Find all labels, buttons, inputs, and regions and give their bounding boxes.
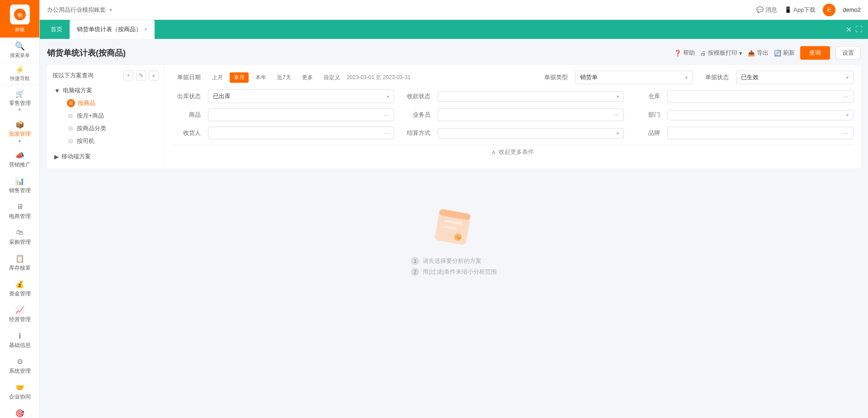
inventory-label: 库存核算 [9,264,31,272]
settings-button[interactable]: 设置 [835,46,861,60]
print-button[interactable]: 🖨 按模板打印 ▾ [700,49,742,57]
logo-text: 标账 [15,26,25,33]
this-month-btn[interactable]: 本月 [230,72,249,83]
retail-arrow: ▼ [18,107,22,112]
sales-management-item[interactable]: 📊 销售管理 [0,172,39,198]
recipient-input[interactable]: ··· [208,127,394,139]
quick-nav-item[interactable]: ⚡ 快捷导航 [0,63,39,85]
more-btn[interactable]: 更多 [298,72,317,83]
wholesale-management-item[interactable]: 📦 批发管理 ▲ [0,116,39,147]
query-button[interactable]: 查询 [800,46,830,60]
warehouse-dots[interactable]: ··· [843,93,849,100]
warehouse-input[interactable]: ··· [667,90,854,103]
goods-input[interactable]: ··· [208,109,394,121]
doc-type-label: 单据类型 [539,73,568,81]
refresh-label: 刷新 [783,49,795,57]
active-tab[interactable]: 销货单统计表（按商品） × [70,20,155,39]
finance-item[interactable]: 💰 资金管理 [0,276,39,301]
finance-label: 资金管理 [9,290,31,298]
help-icon: ❓ [674,50,681,57]
tree-item-by-goods-label: 按商品 [78,99,95,107]
salesperson-dots[interactable]: ··· [613,111,619,119]
department-arrow: ▾ [846,113,849,118]
enterprise-collab-icon: 🤝 [15,382,25,392]
system-icon: ⚙ [15,356,25,366]
tree-children: 按 按商品 ⊟ 按月+商品 ⊟ 按商品分类 ⊟ [47,97,164,147]
goods-dots[interactable]: ··· [384,111,389,119]
this-year-btn[interactable]: 本年 [251,72,270,83]
step-2-text: 用[过滤]条件来缩小分析范围 [423,268,496,276]
wholesale-arrow: ▲ [18,138,22,143]
warehouse-status-select[interactable]: 已出库 ▾ [208,90,394,103]
ecommerce-item[interactable]: 🖥 电商管理 [0,198,39,224]
topbar-title: 办公用品行业模拟账套 [47,6,106,14]
topbar-dropdown-arrow[interactable]: ▾ [109,7,112,13]
maximize-window-button[interactable]: ⛶ [855,25,863,34]
collapse-button[interactable]: ∧ 收起更多条件 [172,145,854,159]
custom-btn[interactable]: 自定义 [320,72,344,83]
main-area: 办公用品行业模拟账套 ▾ 💬 消息 📱 App下载 E demo2 首页 销货单… [40,0,868,418]
refresh-button[interactable]: 🔄 刷新 [774,49,795,57]
salesperson-input[interactable]: ··· [438,109,624,121]
help-label: 帮助 [683,49,695,57]
search-menu-item[interactable]: 🔍 搜索菜单 [0,38,39,63]
app-download-button[interactable]: 📱 App下载 [784,6,816,14]
search-menu-label: 搜索菜单 [10,52,30,59]
tab-close-button[interactable]: × [144,26,147,33]
help-button[interactable]: ❓ 帮助 [674,49,695,57]
brand-input[interactable]: ··· [667,127,854,139]
collapse-panel-button[interactable]: « [149,71,159,81]
tree-item-by-goods[interactable]: 按 按商品 [61,97,164,109]
retail-management-item[interactable]: 🛒 零售管理 ▼ [0,85,39,116]
svg-text:畅: 畅 [17,12,22,18]
tree-item-goods-category[interactable]: ⊟ 按商品分类 [61,122,164,135]
doc-type-value: 销货单 [580,73,598,81]
inventory-item[interactable]: 📋 库存核算 [0,250,39,276]
close-window-button[interactable]: ✕ [846,25,852,34]
department-select[interactable]: ▾ [667,110,854,120]
payment-status-select[interactable]: ▾ [438,91,624,102]
last-7days-btn[interactable]: 近7天 [273,72,295,83]
enterprise-collab-item[interactable]: 🤝 企业协同 [0,379,39,404]
management-item[interactable]: 📈 经营管理 [0,301,39,327]
tree-item-driver[interactable]: ⊟ 按司机 [61,135,164,147]
marketing-item[interactable]: 📣 营销推广 [0,147,39,172]
recipient-dots[interactable]: ··· [384,129,389,137]
tree-sub-icon-3: ⊟ [67,138,74,145]
brand-dots[interactable]: ··· [843,129,849,137]
export-label: 导出 [757,49,769,57]
system-item[interactable]: ⚙ 系统管理 [0,353,39,379]
export-button[interactable]: 📤 导出 [748,49,769,57]
filter-panel: 按以下方案查询 + ✎ « ▼ 电脑端方案 按 [47,65,861,168]
home-tab[interactable]: 首页 [43,20,70,39]
print-arrow: ▾ [739,50,742,57]
app-download-label: App下载 [793,6,816,14]
export-icon: 📤 [748,50,755,57]
topbar-left: 办公用品行业模拟账套 ▾ [47,6,112,14]
tree-section-label: 电脑端方案 [63,86,92,95]
beginner-guide-item[interactable]: 🎯 新手引导 [0,404,39,418]
retail-icon: 🛒 [15,89,25,99]
payment-method-select[interactable]: ▾ [438,128,624,138]
tree-mobile-label: 移动端方案 [61,152,91,161]
message-button[interactable]: 💬 消息 [756,6,777,14]
message-label: 消息 [765,6,777,14]
management-label: 经营管理 [9,316,31,323]
tree-section-mobile[interactable]: ▶ 移动端方案 [47,150,164,163]
payment-method-label: 结算方式 [401,129,430,137]
purchase-management-item[interactable]: 🛍 采购管理 [0,224,39,250]
tree-item-month-goods[interactable]: ⊟ 按月+商品 [61,109,164,122]
app-download-icon: 📱 [784,6,792,13]
left-panel-action-icons: + ✎ « [123,71,159,81]
app-logo: 畅 标账 [0,0,39,38]
doc-status-value: 已生效 [741,73,759,81]
basic-info-item[interactable]: ℹ 基础信息 [0,327,39,353]
doc-status-select[interactable]: 已生效 ▾ [736,71,854,84]
tree-section-desktop[interactable]: ▼ 电脑端方案 [47,84,164,97]
sidebar: 畅 标账 🔍 搜索菜单 ⚡ 快捷导航 🛒 零售管理 ▼ 📦 批发管理 ▲ 📣 营… [0,0,40,418]
edit-scheme-button[interactable]: ✎ [136,71,146,81]
doc-type-select[interactable]: 销货单 ▾ [575,71,693,84]
user-avatar[interactable]: E [823,4,835,16]
add-scheme-button[interactable]: + [123,71,133,81]
last-month-btn[interactable]: 上月 [208,72,227,83]
